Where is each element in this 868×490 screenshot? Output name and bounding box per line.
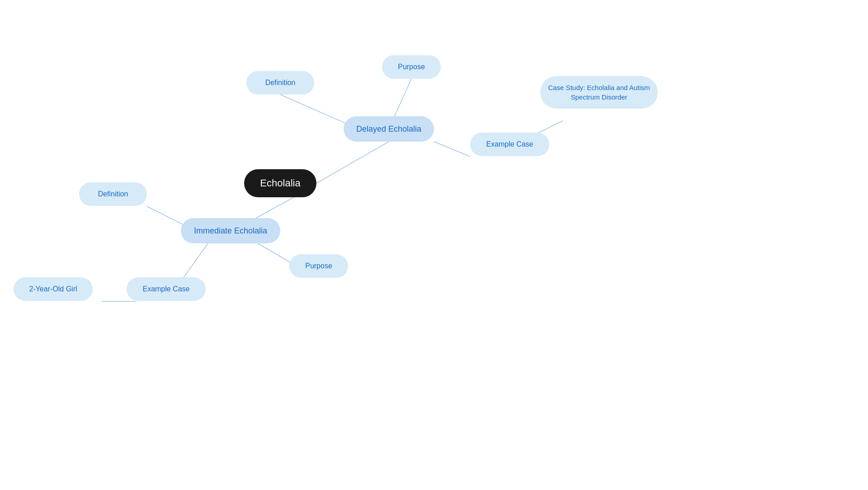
case-study-label: Case Study: Echolalia and Autism Spectru… [540,83,658,102]
example-case-top-label: Example Case [486,140,533,148]
node-delayed-echolalia[interactable]: Delayed Echolalia [344,116,434,142]
svg-line-3 [434,142,470,157]
node-purpose-bottom[interactable]: Purpose [289,254,348,278]
node-case-study[interactable]: Case Study: Echolalia and Autism Spectru… [540,76,658,109]
node-purpose-top[interactable]: Purpose [382,55,441,79]
definition-top-label: Definition [265,79,296,87]
node-definition-left[interactable]: Definition [79,182,147,206]
center-node-label: Echolalia [260,177,300,189]
definition-left-label: Definition [98,190,128,198]
node-example-case-top[interactable]: Example Case [470,133,549,156]
svg-line-0 [316,142,389,183]
node-definition-top[interactable]: Definition [246,71,314,95]
two-year-old-label: 2-Year-Old Girl [29,285,77,293]
node-example-case-bottom[interactable]: Example Case [127,277,206,301]
delayed-echolalia-label: Delayed Echolalia [356,124,421,134]
node-immediate-echolalia[interactable]: Immediate Echolalia [181,218,280,243]
example-case-bottom-label: Example Case [142,285,189,293]
node-two-year-old[interactable]: 2-Year-Old Girl [14,277,93,301]
purpose-bottom-label: Purpose [305,262,332,270]
center-node-echolalia[interactable]: Echolalia [244,169,316,197]
purpose-top-label: Purpose [398,63,425,71]
immediate-echolalia-label: Immediate Echolalia [194,226,267,236]
